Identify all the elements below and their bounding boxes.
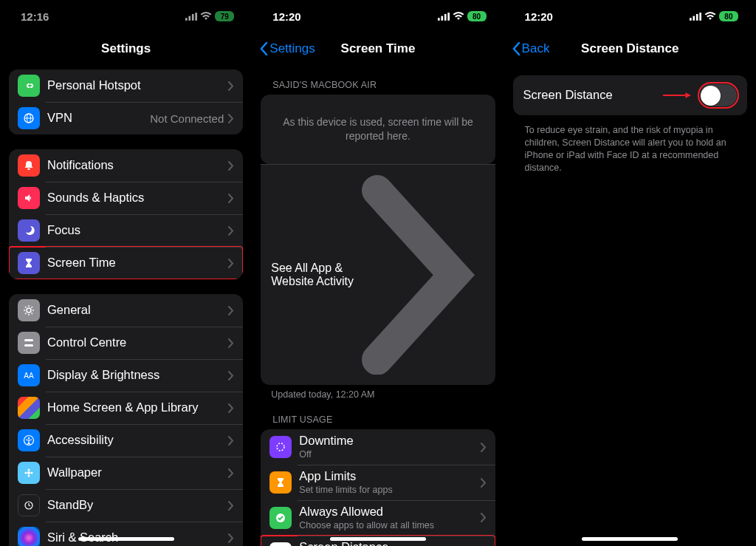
grid-icon <box>18 397 40 419</box>
link-label: See All App & Website Activity <box>271 262 362 288</box>
svg-rect-2 <box>192 13 194 20</box>
hourglass-icon <box>269 471 292 494</box>
sun-icon: AA <box>18 364 40 386</box>
row-accessibility[interactable]: Accessibility <box>9 424 243 457</box>
row-app-limits[interactable]: App Limits Set time limits for apps <box>261 465 495 500</box>
row-label: Sounds & Haptics <box>47 191 228 205</box>
row-siri-search[interactable]: Siri & Search <box>9 522 243 546</box>
svg-rect-8 <box>24 339 33 341</box>
row-label: Display & Brightness <box>47 368 228 383</box>
cellular-icon <box>690 10 701 23</box>
chevron-right-icon <box>228 338 234 348</box>
svg-rect-22 <box>438 18 440 21</box>
home-indicator[interactable] <box>330 537 426 541</box>
home-indicator[interactable] <box>78 537 174 541</box>
cellular-icon <box>185 10 197 23</box>
status-time: 12:16 <box>21 10 49 23</box>
phone-settings: 12:16 79 Settings Personal Hotspot VPN N… <box>0 0 252 546</box>
row-personal-hotspot[interactable]: Personal Hotspot <box>9 69 243 102</box>
toggle-label: Screen Distance <box>523 88 663 103</box>
bell-icon <box>18 154 40 177</box>
speaker-icon <box>18 187 40 209</box>
battery-pill: 79 <box>215 11 234 21</box>
chevron-left-icon <box>512 41 520 56</box>
battery-pill: 80 <box>467 11 487 21</box>
status-bar: 12:16 79 <box>0 0 252 33</box>
row-label: VPN <box>47 111 150 126</box>
chevron-right-icon <box>228 403 234 413</box>
row-vpn[interactable]: VPN Not Connected <box>9 102 243 134</box>
back-button[interactable]: Back <box>512 41 550 56</box>
svg-rect-24 <box>444 13 446 20</box>
row-always-allowed[interactable]: Always Allowed Choose apps to allow at a… <box>261 500 495 536</box>
row-control-centre[interactable]: Control Centre <box>9 327 243 359</box>
svg-point-16 <box>25 472 27 474</box>
row-detail: Not Connected <box>150 112 224 125</box>
chevron-right-icon <box>228 81 234 91</box>
back-button[interactable]: Settings <box>259 41 315 56</box>
row-label: Screen Distance <box>299 540 480 546</box>
wifi-icon <box>704 10 716 23</box>
svg-rect-30 <box>690 18 692 21</box>
row-label: Screen Time <box>47 256 228 270</box>
chevron-right-icon <box>481 443 487 452</box>
row-label: Downtime <box>299 434 480 448</box>
description-text: To reduce eye strain, and the risk of my… <box>513 118 747 174</box>
toggle-switch[interactable] <box>700 84 737 106</box>
svg-rect-33 <box>699 13 701 21</box>
row-display-brightness[interactable]: AA Display & Brightness <box>9 359 243 392</box>
row-standby[interactable]: StandBy <box>9 489 243 522</box>
page-title: Settings <box>0 41 252 56</box>
svg-rect-31 <box>693 16 695 20</box>
row-downtime[interactable]: Downtime Off <box>261 429 495 465</box>
svg-rect-3 <box>196 13 198 21</box>
wifi-icon <box>200 10 212 23</box>
row-label: Personal Hotspot <box>47 78 228 93</box>
link-icon <box>18 75 40 97</box>
switches-icon <box>18 332 40 354</box>
row-home-screen[interactable]: Home Screen & App Library <box>9 392 243 424</box>
chevron-right-icon <box>228 194 234 203</box>
screen-time-placeholder: As this device is used, screen time will… <box>261 95 495 164</box>
chevron-right-icon <box>228 161 234 171</box>
row-label: Notifications <box>47 158 228 173</box>
see-all-activity[interactable]: See All App & Website Activity <box>261 164 495 386</box>
row-label: Control Centre <box>47 335 228 350</box>
svg-point-17 <box>31 472 33 474</box>
svg-point-14 <box>28 469 30 471</box>
updated-text: Updated today, 12:20 AM <box>261 385 495 400</box>
status-bar: 12:20 80 <box>252 0 504 33</box>
accessibility-icon <box>18 429 40 451</box>
annotation-arrow-icon <box>663 92 691 99</box>
row-label: Accessibility <box>47 433 228 448</box>
row-screen-time[interactable]: Screen Time <box>9 247 243 279</box>
nav-bar: Back Screen Distance <box>504 33 756 65</box>
row-screen-distance-toggle[interactable]: Screen Distance <box>513 75 747 115</box>
svg-rect-1 <box>189 16 191 20</box>
group-connectivity: Personal Hotspot VPN Not Connected <box>9 69 243 134</box>
back-label: Settings <box>269 41 315 56</box>
nav-bar: Settings <box>0 33 252 65</box>
group-limit-usage: Downtime Off App Limits Set time limits … <box>261 429 495 546</box>
home-indicator[interactable] <box>582 537 678 541</box>
chevron-right-icon <box>228 533 234 543</box>
phone-screen-time: 12:20 80 Settings Screen Time SAJID'S MA… <box>252 0 504 546</box>
svg-text:AA: AA <box>24 372 34 380</box>
row-general[interactable]: General <box>9 294 243 327</box>
chevron-right-icon <box>228 226 234 236</box>
row-sounds-haptics[interactable]: Sounds & Haptics <box>9 182 243 214</box>
cellular-icon <box>438 10 450 23</box>
globe-icon <box>18 107 40 129</box>
status-bar: 12:20 80 <box>504 0 756 33</box>
row-notifications[interactable]: Notifications <box>9 149 243 182</box>
section-header: LIMIT USAGE <box>261 400 495 429</box>
chevron-right-icon <box>228 259 234 268</box>
chevron-right-icon <box>228 436 234 446</box>
status-time: 12:20 <box>525 10 553 23</box>
row-focus[interactable]: Focus <box>9 214 243 247</box>
row-wallpaper[interactable]: Wallpaper <box>9 457 243 489</box>
svg-point-7 <box>27 308 31 313</box>
row-label: StandBy <box>47 498 228 513</box>
nav-bar: Settings Screen Time <box>252 33 504 65</box>
row-label: Home Screen & App Library <box>47 400 228 415</box>
